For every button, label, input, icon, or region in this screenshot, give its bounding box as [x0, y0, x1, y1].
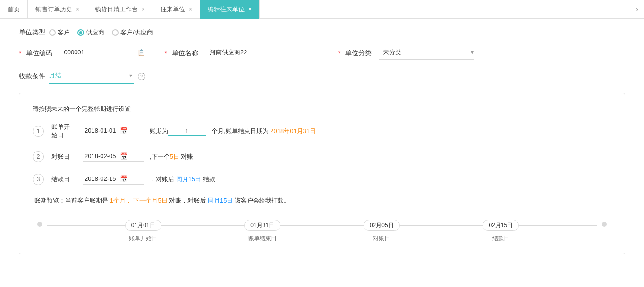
payment-date-field: 2018-02-15 📅 [83, 174, 144, 185]
preview-suffix: 该客户会给我打款。 [235, 197, 290, 204]
unit-name-field: * 单位名称 [164, 47, 319, 59]
end-date-highlight: 2018年01月31日 [270, 127, 316, 135]
tab-cash-work[interactable]: 钱货日清工作台 × [87, 0, 153, 19]
period-row-2: 2 对账日 2018-02-05 📅 ,下一个5日 对账 [33, 151, 611, 162]
timeline-node-2-box: 01月31日 [244, 220, 280, 231]
unit-type-label: 单位类型 [19, 28, 45, 37]
panel-title: 请按照未来的一个完整帐期进行设置 [33, 105, 611, 113]
payment-arrow[interactable]: ▾ [129, 72, 132, 79]
timeline-node-4-box: 02月15日 [483, 220, 519, 231]
radio-customer-label: 客户 [58, 28, 70, 37]
period-number-3: 3 [33, 174, 44, 185]
unit-fields-row: * 单位编码 📋 * 单位名称 * 单位分类 未分类 ▾ [19, 46, 625, 60]
tab-home[interactable]: 首页 [0, 0, 28, 19]
payment-date-value: 2018-02-15 [83, 174, 118, 183]
period-number-2: 2 [33, 151, 44, 162]
payment-condition-row: 收款条件 月结 ▾ ? [19, 69, 625, 84]
right-dot [602, 222, 607, 227]
unit-type-row: 单位类型 客户 供应商 客户/供应商 [19, 28, 625, 37]
unit-category-value: 未分类 [379, 46, 471, 59]
content-area: 单位类型 客户 供应商 客户/供应商 * 单位编码 📋 [0, 19, 644, 287]
unit-category-arrow[interactable]: ▾ [471, 49, 474, 56]
radio-supplier-circle [77, 29, 84, 36]
copy-icon[interactable]: 📋 [137, 49, 145, 56]
radio-supplier-label: 供应商 [86, 28, 104, 37]
timeline-node-1: 01月01日 账单开始日 [125, 220, 161, 243]
period-suffix-3: ，对账后 同月15日 结款 [150, 175, 215, 184]
reconcile-date-field: 2018-02-05 📅 [83, 152, 144, 162]
timeline-node-1-box: 01月01日 [125, 220, 161, 231]
timeline-nodes: 01月01日 账单开始日 01月31日 账单结束日 02月05日 对账日 02月… [37, 220, 607, 243]
radio-supplier[interactable]: 供应商 [77, 28, 104, 37]
period-row-3: 3 结款日 2018-02-15 📅 ，对账后 同月15日 结款 [33, 174, 611, 185]
tab-sales-history-close[interactable]: × [76, 6, 79, 13]
tab-bar: 首页 销售订单历史 × 钱货日清工作台 × 往来单位 × 编辑往来单位 × › [0, 0, 644, 19]
radio-both-circle [112, 29, 119, 36]
timeline-node-2: 01月31日 账单结束日 [244, 220, 280, 243]
preview-reconcile-date: 下一个月5日 [133, 197, 167, 204]
timeline-node-3: 02月05日 对账日 [364, 220, 400, 243]
radio-both[interactable]: 客户/供应商 [112, 28, 153, 37]
timeline: 01月01日 账单开始日 01月31日 账单结束日 02月05日 对账日 02月… [33, 220, 611, 243]
timeline-node-4: 02月15日 结款日 [483, 220, 519, 243]
tab-cash-work-label: 钱货日清工作台 [95, 5, 138, 14]
preview-text: 账期预览：当前客户账期是 1个月， 下一个月5日 对账，对账后 同月15日 该客… [33, 196, 611, 205]
unit-code-input[interactable] [60, 47, 136, 58]
unit-code-label: 单位编码 [26, 49, 52, 58]
payment-condition-value: 月结 [49, 69, 129, 82]
payment-date-cal-icon[interactable]: 📅 [120, 175, 128, 183]
unit-category-field: * 单位分类 未分类 ▾ [338, 46, 474, 60]
unit-name-wrapper [206, 47, 319, 59]
tab-cash-work-close[interactable]: × [142, 6, 145, 13]
timeline-left-dot [37, 222, 42, 227]
period-suffix-after: 个月,账单结束日期为 2018年01月31日 [212, 127, 316, 135]
timeline-right-dot [602, 222, 607, 227]
tab-edit-partner-close[interactable]: × [248, 6, 252, 13]
tab-partner-unit[interactable]: 往来单位 × [153, 0, 200, 19]
unit-name-input[interactable] [206, 47, 319, 58]
tab-partner-unit-close[interactable]: × [189, 6, 192, 13]
unit-name-label: 单位名称 [172, 49, 198, 58]
reconcile-highlight: 5日 [170, 153, 179, 160]
unit-category-required: * [338, 50, 340, 57]
preview-mid: 对账，对账后 [169, 197, 208, 204]
timeline-node-2-label: 账单结束日 [248, 235, 277, 243]
unit-name-required: * [164, 50, 167, 57]
unit-category-label: 单位分类 [345, 49, 372, 58]
tab-edit-partner[interactable]: 编辑往来单位 × [200, 0, 260, 19]
timeline-node-3-box: 02月05日 [364, 220, 400, 231]
radio-customer-circle [49, 29, 56, 36]
timeline-node-1-label: 账单开始日 [129, 235, 157, 243]
tab-sales-history-label: 销售订单历史 [35, 5, 72, 14]
preview-payment-date: 同月15日 [208, 197, 233, 204]
reconcile-date-value: 2018-02-05 [83, 152, 118, 160]
period-panel: 请按照未来的一个完整帐期进行设置 1 账单开始日 2018-01-01 📅 账期… [19, 93, 625, 254]
tab-edit-partner-label: 编辑往来单位 [208, 5, 245, 14]
tab-arrow[interactable]: › [630, 5, 644, 14]
tab-partner-unit-label: 往来单位 [161, 5, 185, 14]
period-label-1: 账单开始日 [51, 123, 75, 140]
unit-code-wrapper: 📋 [60, 47, 145, 59]
payment-help-icon[interactable]: ? [138, 73, 145, 80]
left-dot [37, 222, 42, 227]
payment-condition-dropdown[interactable]: 月结 ▾ [49, 69, 134, 84]
unit-code-required: * [19, 50, 21, 57]
start-date-cal-icon[interactable]: 📅 [120, 127, 128, 135]
start-date-value: 2018-01-01 [83, 126, 118, 135]
months-input[interactable] [168, 127, 206, 136]
period-label-2: 对账日 [51, 152, 75, 161]
radio-customer[interactable]: 客户 [49, 28, 70, 37]
unit-category-dropdown[interactable]: 未分类 ▾ [379, 46, 474, 60]
period-suffix-2: ,下一个5日 对账 [150, 152, 193, 161]
reconcile-date-cal-icon[interactable]: 📅 [120, 152, 128, 160]
timeline-node-3-label: 对账日 [373, 235, 390, 243]
preview-prefix: 账期预览：当前客户账期是 [34, 197, 110, 204]
start-date-field: 2018-01-01 📅 [83, 126, 144, 136]
period-number-1: 1 [33, 126, 44, 137]
unit-type-radio-group: 客户 供应商 客户/供应商 [49, 28, 153, 37]
payment-highlight: 同月15日 [176, 176, 201, 183]
unit-code-field: * 单位编码 📋 [19, 47, 145, 59]
period-suffix-before: 账期为 [150, 127, 168, 135]
tab-sales-history[interactable]: 销售订单历史 × [28, 0, 87, 19]
period-row-1: 1 账单开始日 2018-01-01 📅 账期为 个月,账单结束日期为 2018… [33, 123, 611, 140]
